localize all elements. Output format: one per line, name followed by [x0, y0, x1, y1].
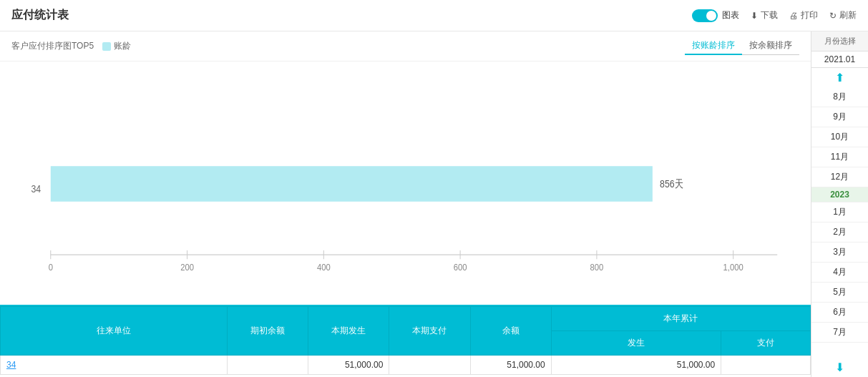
data-table: 往来单位 期初余额 本期发生 本期支付 余额 本年累计 发生 支付 — [0, 306, 811, 375]
cell-supplier: 34 — [1, 356, 228, 375]
cell-opening — [227, 356, 308, 375]
refresh-button[interactable]: ↻ 刷新 — [829, 9, 857, 21]
chart-toggle-wrap: 图表 — [692, 9, 739, 22]
svg-text:1,000: 1,000 — [723, 262, 743, 273]
cell-ytd-occur: 51,000.00 — [551, 356, 721, 375]
sidebar-month-6[interactable]: 6月 — [811, 303, 868, 323]
sort-by-balance-button[interactable]: 按账龄排序 — [685, 37, 742, 55]
sidebar-month-1[interactable]: 1月 — [811, 202, 868, 222]
chart-header: 客户应付排序图TOP5 账龄 按账龄排序 按余额排序 — [0, 31, 811, 62]
svg-text:800: 800 — [590, 262, 603, 273]
chart-toggle[interactable] — [692, 9, 718, 22]
legend-top5-label: 客户应付排序图TOP5 — [11, 40, 94, 52]
sidebar-month-8[interactable]: 8月 — [811, 87, 868, 107]
sort-buttons: 按账龄排序 按余额排序 — [685, 37, 799, 55]
bar-value-label: 856天 — [660, 178, 683, 190]
col-balance-header: 余额 — [470, 307, 551, 356]
sidebar-year-2023: 2023 — [811, 187, 868, 202]
scroll-down-button[interactable]: ⬇ — [811, 358, 868, 377]
cell-current-pay — [389, 356, 470, 375]
legend-color-item: 账龄 — [102, 40, 131, 52]
print-button[interactable]: 🖨 打印 — [789, 9, 818, 21]
legend-color-label: 账龄 — [114, 40, 131, 52]
content-area: 客户应付排序图TOP5 账龄 按账龄排序 按余额排序 34 — [0, 31, 868, 377]
table-row: 34 51,000.00 51,000.00 51,000.00 — [1, 356, 811, 375]
sidebar-month-3[interactable]: 3月 — [811, 243, 868, 263]
y-axis-label: 34 — [31, 183, 41, 195]
refresh-label: 刷新 — [839, 9, 857, 21]
page-header: 应付统计表 图表 ⬇ 下载 🖨 打印 ↻ 刷新 — [0, 0, 868, 31]
cell-balance: 51,000.00 — [470, 356, 551, 375]
download-icon: ⬇ — [751, 11, 758, 21]
bar-chart-container: 34 856天 0 200 400 600 — [0, 62, 811, 305]
sidebar-month-10[interactable]: 10月 — [811, 127, 868, 147]
sidebar-month-11[interactable]: 11月 — [811, 147, 868, 167]
col-current-pay-header: 本期支付 — [389, 307, 470, 356]
sidebar-month-header: 月份选择 — [811, 31, 868, 52]
svg-text:200: 200 — [180, 262, 194, 273]
sidebar-month-9[interactable]: 9月 — [811, 107, 868, 127]
cell-current-occur: 51,000.00 — [308, 356, 389, 375]
sidebar-month-7[interactable]: 7月 — [811, 323, 868, 343]
col-ytd-header: 本年累计 — [551, 307, 810, 331]
sidebar-month-2[interactable]: 2月 — [811, 222, 868, 243]
bar-rect — [51, 166, 653, 202]
supplier-link[interactable]: 34 — [6, 360, 16, 370]
bar-chart-svg: 34 856天 0 200 400 600 — [29, 69, 799, 299]
table-header-row-1: 往来单位 期初余额 本期发生 本期支付 余额 本年累计 — [1, 307, 811, 331]
col-ytd-pay-header: 支付 — [721, 331, 811, 356]
chart-legend: 客户应付排序图TOP5 账龄 — [11, 40, 131, 52]
sidebar-month-4[interactable]: 4月 — [811, 263, 868, 283]
sidebar-months-list: 8月 9月 10月 11月 12月 2023 1月 2月 3月 4月 5月 6月… — [811, 87, 868, 358]
col-current-occur-header: 本期发生 — [308, 307, 389, 356]
sidebar-month-12[interactable]: 12月 — [811, 167, 868, 187]
svg-text:0: 0 — [49, 262, 53, 273]
col-supplier-header: 往来单位 — [1, 307, 228, 356]
sidebar-month-5[interactable]: 5月 — [811, 283, 868, 303]
header-actions: 图表 ⬇ 下载 🖨 打印 ↻ 刷新 — [692, 9, 857, 22]
col-opening-header: 期初余额 — [227, 307, 308, 356]
sidebar-year-input[interactable] — [811, 52, 868, 68]
right-sidebar: 月份选择 ⬆ 8月 9月 10月 11月 12月 2023 1月 2月 3月 4… — [811, 31, 868, 377]
download-label: 下载 — [761, 9, 778, 21]
scroll-up-button[interactable]: ⬆ — [811, 68, 868, 87]
table-area: 往来单位 期初余额 本期发生 本期支付 余额 本年累计 发生 支付 — [0, 305, 811, 375]
col-ytd-occur-header: 发生 — [551, 331, 721, 356]
cell-ytd-pay — [721, 356, 811, 375]
down-arrow-icon: ⬇ — [835, 361, 844, 374]
chart-area: 客户应付排序图TOP5 账龄 按账龄排序 按余额排序 34 — [0, 31, 811, 377]
table-body: 34 51,000.00 51,000.00 51,000.00 — [1, 356, 811, 375]
refresh-icon: ↻ — [829, 11, 837, 21]
svg-text:400: 400 — [317, 262, 331, 273]
print-label: 打印 — [801, 9, 818, 21]
legend-color-dot — [102, 42, 111, 51]
svg-text:600: 600 — [454, 262, 467, 273]
download-button[interactable]: ⬇ 下载 — [751, 9, 778, 21]
toggle-label: 图表 — [722, 9, 739, 21]
up-arrow-icon: ⬆ — [835, 71, 844, 84]
print-icon: 🖨 — [789, 11, 798, 21]
page-title: 应付统计表 — [11, 8, 69, 23]
sort-by-amount-button[interactable]: 按余额排序 — [742, 37, 799, 55]
